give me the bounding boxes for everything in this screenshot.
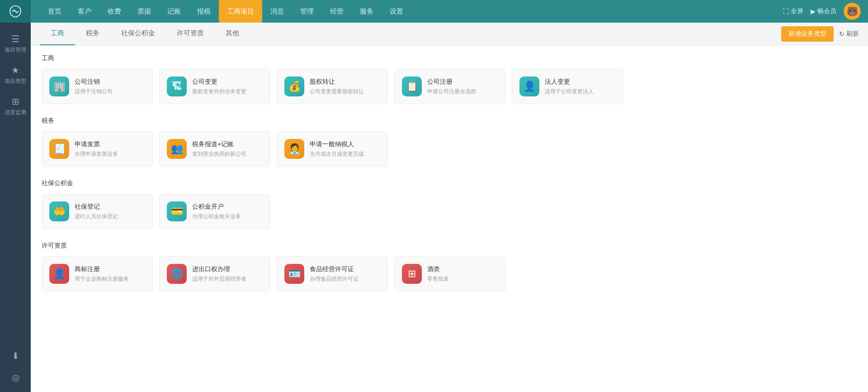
invoice-apply-icon: 🧾 (49, 139, 69, 159)
nav-bookkeeping[interactable]: 记账 (159, 0, 189, 23)
tab-social-security[interactable]: 社保公积金 (110, 23, 166, 45)
card-desc-social-insurance: 进行人员社保登记 (75, 213, 118, 220)
card-title-provident-fund: 公积金开户 (192, 203, 241, 211)
tab-bar: 工商 税务 社保公积金 许可资质 其他 新增业务类型 ↻ 刷新 (31, 23, 868, 45)
vip-button[interactable]: ▶ 畅会员 (811, 7, 836, 15)
tab-tax[interactable]: 税务 (75, 23, 110, 45)
card-text-company-change: 公司变更 股权变更外的业务变更 (192, 78, 246, 96)
tabs: 工商 税务 社保公积金 许可资质 其他 (40, 23, 781, 45)
tab-license[interactable]: 许可资质 (166, 23, 215, 45)
section-title-license: 许可资质 (42, 242, 857, 250)
card-text-food-license: 食品经营许可证 办理食品经营许可证 (310, 265, 359, 283)
card-title-company-register: 公司注册 (427, 78, 476, 86)
nav-tax-report[interactable]: 报税 (189, 0, 219, 23)
card-desc-general-taxpayer: 当月或次月成变更完成 (310, 150, 364, 158)
sidebar-item-project-management[interactable]: ☰ 项目管理 (0, 27, 31, 58)
card-desc-legal-change: 适用于公司变更法人 (545, 88, 594, 96)
card-invoice-apply[interactable]: 🧾 申请发票 办理申请发票业务 (42, 131, 153, 167)
card-company-change[interactable]: 🏗 公司变更 股权变更外的业务变更 (159, 69, 270, 104)
card-desc-food-license: 办理食品经营许可证 (310, 275, 359, 283)
refresh-button[interactable]: ↻ 刷新 (839, 30, 859, 38)
card-desc-import-export: 适用于对外贸易经营者 (192, 275, 246, 283)
card-title-trademark: 商标注册 (75, 265, 129, 273)
nav-service[interactable]: 服务 (352, 0, 382, 23)
vip-icon: ▶ (811, 8, 816, 15)
card-title-company-change: 公司变更 (192, 78, 246, 86)
card-text-legal-change: 法人变更 适用于公司变更法人 (545, 78, 594, 96)
vip-label: 畅会员 (817, 7, 836, 15)
legal-change-icon: 👤 (519, 76, 539, 96)
nav-operation[interactable]: 经营 (322, 0, 352, 23)
card-company-register[interactable]: 📋 公司注册 申请公司注册全流程 (394, 69, 505, 104)
sidebar-item-progress-monitor[interactable]: ⊞ 进度监测 (0, 90, 31, 121)
nav-business-project[interactable]: 工商项目 (219, 0, 262, 23)
company-register-icon: 📋 (402, 76, 422, 96)
nav-management[interactable]: 管理 (292, 0, 322, 23)
sidebar: ☰ 项目管理 ★ 项目类型 ⊞ 进度监测 ⬇ ◎ (0, 23, 31, 392)
card-title-invoice-apply: 申请发票 (75, 140, 118, 148)
card-desc-tax-report: 拿到营业执照的新公司 (192, 150, 246, 158)
card-general-taxpayer[interactable]: 🧑‍💼 申请一般纳税人 当月或次月成变更完成 (277, 131, 388, 167)
card-import-export[interactable]: 🌐 进出口权办理 适用于对外贸易经营者 (159, 256, 270, 292)
nav-customer[interactable]: 客户 (70, 0, 99, 23)
tab-actions: 新增业务类型 ↻ 刷新 (781, 26, 859, 42)
card-trademark[interactable]: 👤 商标注册 用于企业商标注册服务 (42, 256, 153, 292)
nav-fee[interactable]: 收费 (99, 0, 129, 23)
main-layout: ☰ 项目管理 ★ 项目类型 ⊞ 进度监测 ⬇ ◎ 工商 税务 社保公积金 (0, 23, 868, 392)
sidebar-download[interactable]: ⬇ (0, 344, 31, 366)
scroll-area[interactable]: 工商 🏢 公司注销 适用于注销公司 🏗 公司变更 股权变更外的业务变更 (31, 45, 868, 392)
card-liquor[interactable]: ⊞ 酒类 零售批发 (394, 256, 505, 292)
fullscreen-button[interactable]: ⛶ 全屏 (783, 7, 803, 15)
card-desc-liquor: 零售批发 (427, 275, 449, 283)
card-social-insurance[interactable]: 🤲 社保登记 进行人员社保登记 (42, 194, 153, 229)
tab-business[interactable]: 工商 (40, 23, 75, 45)
fullscreen-icon: ⛶ (783, 8, 789, 15)
section-title-business: 工商 (42, 54, 857, 62)
nav-settings[interactable]: 设置 (382, 0, 411, 23)
card-provident-fund[interactable]: 💳 公积金开户 办理公积金相关业务 (159, 194, 270, 229)
card-tax-report[interactable]: 👥 税务报道+记账 拿到营业执照的新公司 (159, 131, 270, 167)
card-desc-invoice-apply: 办理申请发票业务 (75, 150, 118, 158)
project-management-icon: ☰ (11, 33, 19, 44)
sidebar-help[interactable]: ◎ (0, 366, 31, 387)
cards-tax: 🧾 申请发票 办理申请发票业务 👥 税务报道+记账 拿到营业执照的新公司 🧑‍💼 (42, 131, 857, 167)
avatar[interactable]: 🐻 (844, 3, 861, 20)
card-title-liquor: 酒类 (427, 265, 449, 273)
card-desc-company-change: 股权变更外的业务变更 (192, 88, 246, 96)
company-change-icon: 🏗 (167, 76, 187, 96)
card-food-license[interactable]: 🪪 食品经营许可证 办理食品经营许可证 (277, 256, 388, 292)
card-text-import-export: 进出口权办理 适用于对外贸易经营者 (192, 265, 246, 283)
logo[interactable] (0, 0, 31, 23)
nav-message[interactable]: 消息 (262, 0, 292, 23)
card-title-tax-report: 税务报道+记账 (192, 140, 246, 148)
progress-monitor-icon: ⊞ (12, 96, 19, 107)
trademark-icon: 👤 (49, 264, 69, 284)
card-text-company-cancel: 公司注销 适用于注销公司 (75, 78, 113, 96)
equity-transfer-icon: 💰 (284, 76, 304, 96)
sidebar-label-project-type: 项目类型 (5, 77, 26, 85)
social-insurance-icon: 🤲 (49, 201, 69, 221)
content-area: 工商 税务 社保公积金 许可资质 其他 新增业务类型 ↻ 刷新 工商 🏢 (31, 23, 868, 392)
card-legal-change[interactable]: 👤 法人变更 适用于公司变更法人 (512, 69, 623, 104)
card-text-liquor: 酒类 零售批发 (427, 265, 449, 283)
refresh-icon: ↻ (839, 30, 844, 38)
fullscreen-label: 全屏 (791, 7, 803, 15)
import-export-icon: 🌐 (167, 264, 187, 284)
card-company-cancel[interactable]: 🏢 公司注销 适用于注销公司 (42, 69, 153, 104)
card-equity-transfer[interactable]: 💰 股权转让 公司变更需要股权转让 (277, 69, 388, 104)
card-text-provident-fund: 公积金开户 办理公积金相关业务 (192, 203, 241, 220)
add-type-button[interactable]: 新增业务类型 (781, 26, 834, 42)
tab-other[interactable]: 其他 (215, 23, 250, 45)
refresh-label: 刷新 (846, 30, 859, 38)
cards-social: 🤲 社保登记 进行人员社保登记 💳 公积金开户 办理公积金相关业务 (42, 194, 857, 229)
section-title-tax: 税务 (42, 117, 857, 125)
nav-ticket[interactable]: 票据 (129, 0, 159, 23)
card-desc-equity-transfer: 公司变更需要股权转让 (310, 88, 364, 96)
card-title-company-cancel: 公司注销 (75, 78, 113, 86)
sidebar-item-project-type[interactable]: ★ 项目类型 (0, 58, 31, 90)
food-license-icon: 🪪 (284, 264, 304, 284)
company-cancel-icon: 🏢 (49, 76, 69, 96)
sidebar-label-progress-monitor: 进度监测 (5, 109, 26, 116)
card-desc-company-cancel: 适用于注销公司 (75, 88, 113, 96)
nav-home[interactable]: 首页 (40, 0, 70, 23)
